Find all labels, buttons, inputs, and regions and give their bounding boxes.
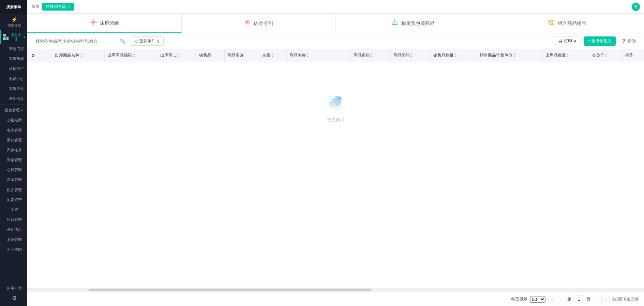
- col-sale-product: 销售品: [196, 49, 225, 62]
- sort-arrows-out-qty[interactable]: ▲▼: [567, 53, 569, 58]
- general-ledger-label: 总账管理: [7, 168, 22, 172]
- sidebar-item-promo[interactable]: 营销推广: [0, 64, 27, 74]
- search-input[interactable]: [36, 39, 118, 44]
- col-out-code: 出库商品编码 ▲▼: [105, 49, 158, 62]
- breadcrumb-home[interactable]: 首页: [31, 4, 40, 10]
- sidebar-item-basic-info[interactable]: 基础信息: [0, 94, 27, 104]
- sidebar-item-corp-agreement[interactable]: 企业协同: [0, 245, 27, 255]
- col-main-weight-label: 主量: [262, 52, 270, 58]
- sidebar-item-basic-info2[interactable]: 基础信息: [0, 225, 27, 234]
- sort-arrows-sale-qty[interactable]: ▲▼: [454, 53, 457, 58]
- sidebar-item-finance[interactable]: 资金管理: [0, 155, 27, 165]
- sidebar-item-settings[interactable]: ⚙: [10, 293, 18, 303]
- per-page-select[interactable]: 10 20 50 100: [530, 296, 545, 303]
- help-button[interactable]: ❓ 帮助: [618, 36, 639, 46]
- sort-arrows-main-weight[interactable]: ▲▼: [271, 53, 274, 58]
- col-sale-product-label: 销售品: [199, 53, 211, 58]
- cat-tab-combo[interactable]: 组合商品销售: [490, 14, 644, 33]
- col-checkbox[interactable]: [40, 49, 52, 62]
- cat-tab-scale-label: 称重预包装商品: [401, 20, 435, 27]
- svg-point-18: [549, 23, 551, 25]
- sidebar-item-member-center[interactable]: 会员中心: [0, 74, 27, 84]
- sidebar-item-salary[interactable]: 工资: [0, 205, 27, 215]
- sidebar-item-general-ledger[interactable]: 总账管理: [0, 165, 27, 175]
- sort-arrows-member-price[interactable]: ▲▼: [605, 53, 608, 58]
- smart-store-label: 智慧门店: [9, 47, 24, 51]
- sort-arrows-out-code[interactable]: ▲▼: [133, 53, 135, 58]
- close-tab-icon[interactable]: ✕: [68, 4, 71, 9]
- print-chevron-icon: ∨: [573, 39, 576, 44]
- sidebar-item-retail-stats[interactable]: 零售统计: [0, 84, 27, 94]
- sidebar-item-fixed-assets[interactable]: 固定资产: [0, 195, 27, 205]
- top-right-area: 管: [632, 3, 640, 11]
- sort-arrows-product-code[interactable]: ▲▼: [410, 53, 413, 58]
- sidebar-item-quick-nav[interactable]: ⚡ 快捷导航: [0, 14, 27, 30]
- purchase-mgmt-label: 采购管理: [7, 138, 22, 142]
- svg-point-26: [339, 98, 340, 99]
- sort-arrows-out-spec[interactable]: ▲▼: [177, 53, 179, 58]
- page-number-input[interactable]: [573, 295, 585, 303]
- col-out-qty-label: 出库品数量: [545, 52, 566, 58]
- filter-chevron-icon: ∨: [157, 39, 160, 44]
- sidebar-item-smart-store[interactable]: 智慧门店: [0, 44, 27, 54]
- last-page-button[interactable]: »: [601, 295, 610, 303]
- wholesale-mgmt-arrow: ▼: [20, 109, 24, 112]
- svg-point-1: [92, 19, 94, 21]
- cat-tab-meat[interactable]: 肉类分割: [182, 14, 336, 33]
- prev-page-button[interactable]: ‹: [558, 295, 566, 303]
- select-all-checkbox[interactable]: [44, 53, 48, 57]
- sidebar-item-mini-ecom[interactable]: 小畅电商: [0, 115, 27, 125]
- sidebar: 搜索菜单 ⚡ 快捷导航 🏪 零售管理 ▲ 智慧门店 零售商城 营销推广 会员中心…: [0, 0, 27, 306]
- sidebar-item-tax-mgmt[interactable]: 税务管理: [0, 185, 27, 195]
- ecom-mgmt-label: 电商管理: [7, 128, 22, 133]
- sort-arrows-sale-unit[interactable]: ▲▼: [513, 53, 516, 58]
- print-button[interactable]: 🖨 打印 ∨: [554, 36, 581, 46]
- sidebar-item-ops-mgmt[interactable]: 经营管理: [0, 215, 27, 225]
- col-out-name-label: 出库商品名称: [55, 52, 79, 58]
- sidebar-item-retail-mall[interactable]: 零售商城: [0, 54, 27, 64]
- first-page-button[interactable]: «: [548, 295, 556, 303]
- sidebar-item-ecom-mgmt[interactable]: 电商管理: [0, 125, 27, 135]
- sidebar-item-inventory[interactable]: 库存核算: [0, 145, 27, 155]
- print-icon: 🖨: [558, 39, 563, 44]
- col-product-name: 商品名称 ▲▼: [286, 49, 350, 62]
- ops-mgmt-label: 经营管理: [7, 217, 22, 222]
- col-out-code-label: 出库商品编码: [107, 52, 132, 58]
- sidebar-item-purchase-mgmt[interactable]: 采购管理: [0, 135, 27, 145]
- sort-arrows-out-name[interactable]: ▲▼: [80, 53, 83, 58]
- sidebar-logo[interactable]: 搜索菜单: [0, 0, 27, 14]
- cat-tab-fresh[interactable]: 生鲜分级: [27, 14, 182, 33]
- fixed-assets-label: 固定资产: [7, 198, 22, 202]
- horizontal-scrollbar[interactable]: [27, 288, 644, 292]
- search-icon[interactable]: 🔍: [120, 39, 125, 44]
- sidebar-item-invoice-mgmt[interactable]: 发票管理: [0, 175, 27, 185]
- retail-mgmt-icon: 🏪: [2, 34, 9, 40]
- col-settings[interactable]: ⚙: [27, 49, 40, 62]
- new-button[interactable]: + 新增销售品: [584, 36, 616, 46]
- filter-button[interactable]: ▽ 更多条件 ∨: [131, 36, 164, 46]
- svg-point-17: [551, 23, 553, 25]
- active-tab-label: 特殊销售品: [46, 4, 66, 10]
- svg-point-14: [396, 22, 398, 24]
- data-table: ⚙ 出库商品名称 ▲▼ 出库: [27, 49, 644, 62]
- next-page-button[interactable]: ›: [592, 295, 600, 303]
- new-label: + 新增销售品: [588, 38, 612, 44]
- sidebar-item-newbie[interactable]: 新手引导: [4, 285, 23, 292]
- sort-arrows-product-name[interactable]: ▲▼: [306, 53, 309, 58]
- cat-tab-scale[interactable]: 称重预包装商品: [336, 14, 490, 33]
- wholesale-mgmt-label: 批发管理: [5, 108, 20, 112]
- col-main-weight: 主量 ▲▼: [259, 49, 287, 62]
- sidebar-item-sys-mgmt[interactable]: 系统管理: [0, 235, 27, 245]
- scrollbar-thumb[interactable]: [89, 289, 372, 291]
- sort-arrows-product-barcode[interactable]: ▲▼: [371, 53, 373, 58]
- col-sale-unit: 销售商品计量单位 ▲▼: [477, 49, 542, 62]
- sidebar-item-retail-mgmt[interactable]: 🏪 零售管理 ▲: [0, 30, 27, 44]
- active-tab-chip[interactable]: 特殊销售品 ✕: [42, 3, 74, 11]
- newbie-label: 新手引导: [7, 286, 22, 291]
- total-text: 共0页 0条记录: [612, 296, 639, 302]
- meat-icon: [244, 19, 251, 28]
- sidebar-item-wholesale-mgmt[interactable]: 批发管理 ▼: [0, 105, 27, 115]
- cat-tab-combo-label: 组合商品销售: [558, 20, 586, 27]
- col-out-spec-label: 出库商...: [160, 52, 176, 58]
- settings-icon[interactable]: ⚙: [31, 53, 35, 58]
